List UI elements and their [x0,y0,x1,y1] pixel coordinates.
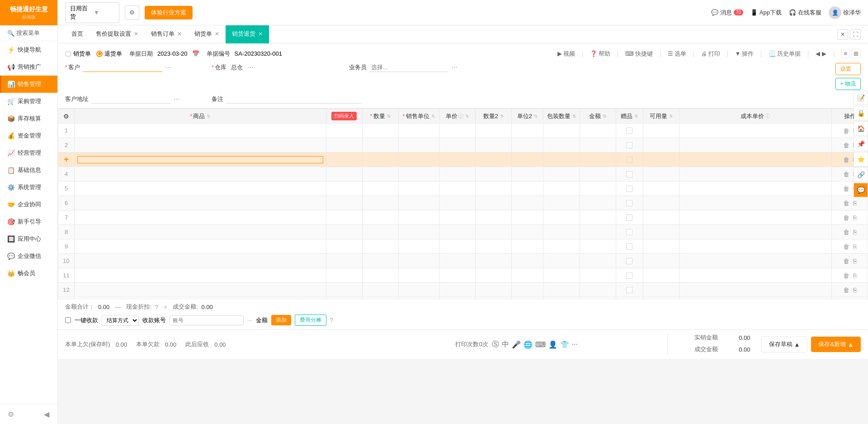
gift-checkbox[interactable] [626,128,632,134]
delete-row-button[interactable]: 🗑 [842,271,850,280]
prev-btn[interactable]: ◀ [816,50,820,57]
cell-quantity[interactable] [362,152,398,167]
sidebar-item-operation[interactable]: 📈 经营管理 [0,144,57,162]
gift-checkbox[interactable] [626,157,632,163]
calendar-icon[interactable]: 📅 [192,50,199,57]
header-gear-button[interactable]: ⚙ [125,5,139,20]
copy-row-button[interactable]: ⎘ [852,228,858,237]
account-dots-btn[interactable]: ··· [247,317,252,324]
right-icon-note[interactable]: 📝 [854,91,868,105]
sort-icon[interactable]: ⇅ [572,114,576,119]
select-btn[interactable]: ☰ 选单 [668,50,686,58]
sort-icon[interactable]: ⇅ [500,114,504,119]
sidebar-item-quick-nav[interactable]: ⚡ 快捷导航 [0,41,57,58]
sidebar-item-system[interactable]: ⚙️ 系统管理 [0,179,57,196]
right-icon-lock[interactable]: 🔒 [854,106,868,120]
cell-product[interactable] [75,152,326,167]
delete-row-button[interactable]: 🗑 [842,126,850,135]
sidebar-item-guide[interactable]: 🎯 新手引导 [0,213,57,230]
help-btn[interactable]: ❓ 帮助 [590,50,610,58]
cell-available[interactable] [643,124,679,138]
right-icon-pin[interactable]: 📌 [854,137,868,151]
type-delivery-radio[interactable]: 销货单 [65,50,91,58]
delete-row-button[interactable]: 🗑 [842,184,850,193]
sort-icon[interactable]: ⇅ [634,114,638,119]
fee-split-button[interactable]: 费用分摊 [295,314,326,326]
experience-button[interactable]: 体验行业方案 [145,6,193,19]
list-view-btn[interactable]: ≡ [841,49,849,58]
help-icon[interactable]: ? [155,304,158,310]
cell-amount[interactable] [580,124,616,138]
shortcut-btn[interactable]: ⌨ 快捷键 [625,50,653,58]
save-draft-button[interactable]: 保存草稿 ▲ [761,336,808,353]
info-icon[interactable]: ⓘ [458,113,463,119]
cell-quantity2[interactable] [475,138,511,152]
online-service-button[interactable]: 🎧 在线客服 [789,9,821,17]
address-input[interactable] [91,95,171,104]
delete-row-button[interactable]: 🗑 [842,199,850,208]
tab-sales-return[interactable]: 销货退货 ✕ [226,25,269,43]
salesperson-dots-btn[interactable]: ··· [452,63,458,71]
delete-row-button[interactable]: 🗑 [842,228,850,237]
type-return-radio[interactable]: 退货单 [96,50,122,58]
person-icon[interactable]: 👤 [548,340,557,349]
sidebar-item-basic[interactable]: 📋 基础信息 [0,162,57,179]
cell-amount[interactable] [580,138,616,152]
cell-unit-price[interactable] [439,152,475,167]
search-menu[interactable]: 🔍 搜索菜单 [0,25,57,41]
copy-row-button[interactable]: ⎘ [852,242,858,251]
right-icon-chat[interactable]: 💬 [854,183,868,197]
gift-checkbox[interactable] [626,243,632,250]
sidebar-item-purchase[interactable]: 🛒 采购管理 [0,93,57,110]
keyboard-icon[interactable]: ⌨ [535,340,546,349]
sidebar-item-member[interactable]: 👑 畅会员 [0,265,57,282]
sort-icon[interactable]: ⇅ [534,114,538,119]
sort-icon[interactable]: ⇅ [669,114,673,119]
gift-checkbox[interactable] [626,186,632,192]
delete-row-button[interactable]: 🗑 [842,257,850,266]
cell-gift[interactable] [616,124,643,138]
cell-unit-price[interactable] [439,124,475,138]
gift-checkbox[interactable] [626,214,632,221]
tab-expand-button[interactable]: ⛶ [850,29,861,40]
copy-row-button[interactable]: ⎘ [852,199,858,208]
app-download-button[interactable]: 📱 App下载 [750,9,782,17]
grid-view-btn[interactable]: ⊞ [851,49,861,58]
tab-close-icon[interactable]: ✕ [134,31,138,37]
gear-column-icon[interactable]: ⚙ [63,113,69,120]
sort-icon[interactable]: ⇅ [387,114,391,119]
shirt-icon[interactable]: 👕 [560,340,569,349]
remark-input[interactable] [226,95,362,104]
cell-sales-unit[interactable] [398,124,439,138]
user-menu[interactable]: 👤 徐泽华 [829,6,861,19]
settle-method-select[interactable]: 结算方式 [102,315,139,326]
cell-quantity2[interactable] [475,124,511,138]
delete-row-button[interactable]: 🗑 [842,213,850,222]
info-icon[interactable]: ⓘ [765,113,770,119]
daily-select[interactable]: 日用百货 ▼ [65,2,119,23]
cell-product[interactable] [75,138,326,152]
product-input[interactable] [77,128,323,134]
tab-home[interactable]: 首页 [65,25,90,43]
next-btn[interactable]: ▶ [822,50,826,57]
cell-pack-qty[interactable] [543,138,580,152]
cell-amount[interactable] [580,152,616,167]
gift-checkbox[interactable] [626,272,632,279]
cell-gift[interactable] [616,138,643,152]
tab-close-icon[interactable]: ✕ [215,31,219,37]
sidebar-item-sales[interactable]: 📊 销售管理 [0,76,57,93]
add-button[interactable]: 添加 [271,315,291,325]
operate-btn[interactable]: ▼ 操作 [735,50,754,58]
gift-checkbox[interactable] [626,171,632,177]
customer-input[interactable] [83,63,162,72]
right-icon-link[interactable]: 🔗 [854,167,868,182]
cell-unit-price[interactable] [439,138,475,152]
translate-icon[interactable]: 🌐 [524,340,533,349]
gift-checkbox[interactable] [626,229,632,235]
print-btn[interactable]: 🖨 打印 [701,50,720,58]
cell-unit2[interactable] [511,152,543,167]
mic-icon[interactable]: 🎤 [512,340,521,349]
add-row-icon[interactable]: + [64,155,69,164]
right-icon-home[interactable]: 🏠 [854,121,868,136]
delete-row-button[interactable]: 🗑 [842,286,850,295]
